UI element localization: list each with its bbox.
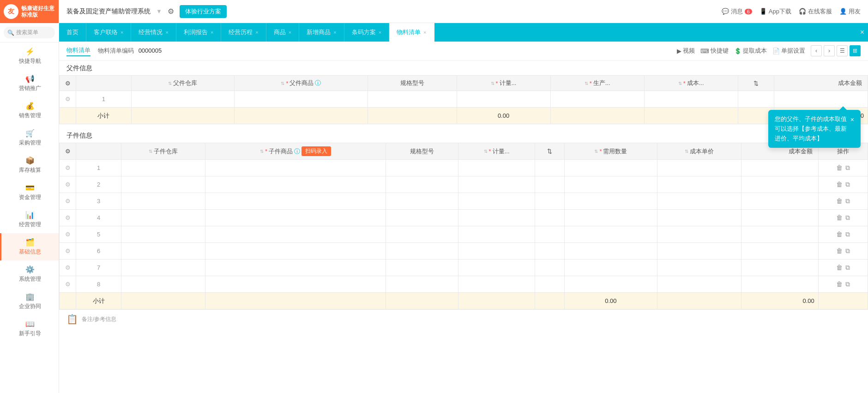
child-row-spec-cell[interactable] [386,176,458,193]
list-view-button[interactable]: ☰ [837,45,848,56]
child-row-product-cell[interactable] [205,176,386,193]
sort-icon-cost[interactable]: ⇅ [678,81,682,86]
copy-icon[interactable]: ⧉ [845,197,850,205]
trial-button[interactable]: 体验行业方案 [180,5,227,18]
child-row-gear-icon[interactable]: ⚙ [65,198,71,205]
child-row-req-qty-cell[interactable] [565,193,657,210]
sidebar-item-inventory[interactable]: 📦 库存核算 [0,151,59,179]
parent-row-cost-cell[interactable] [644,91,738,108]
sidebar-item-sales[interactable]: 💰 销售管理 [0,97,59,124]
parent-row-production-cell[interactable] [550,91,644,108]
tab-profit[interactable]: 利润报告 × [176,23,221,42]
child-row-req-qty-cell[interactable] [565,176,657,193]
child-row-warehouse-cell[interactable] [121,160,205,176]
child-row-gear-icon[interactable]: ⚙ [65,164,71,171]
tab-profit-close[interactable]: × [211,30,213,35]
gear-icon[interactable]: ⚙ [65,80,71,87]
sidebar-item-system[interactable]: ⚙️ 系统管理 [0,260,59,288]
user-menu[interactable]: 👤 用友 [839,7,861,16]
child-row-req-qty-cell[interactable] [565,160,657,176]
child-row-unit-cost-cell[interactable] [657,226,741,243]
child-sort-qty[interactable]: ⇅ [594,149,598,154]
sidebar-item-finance[interactable]: 💳 资金管理 [0,179,59,206]
child-row-req-qty-cell[interactable] [565,260,657,276]
tab-barcode[interactable]: 条码方案 × [344,23,389,42]
child-row-unit-cost-cell[interactable] [657,243,741,260]
child-row-product-cell[interactable] [205,193,386,210]
parent-row-warehouse-cell[interactable] [131,91,234,108]
child-sort-warehouse[interactable]: ⇅ [149,149,152,154]
child-row-warehouse-cell[interactable] [121,193,205,210]
delete-icon[interactable]: 🗑 [836,197,843,205]
child-row-warehouse-cell[interactable] [121,176,205,193]
sidebar-item-quick-nav[interactable]: ⚡ 快捷导航 [0,42,59,70]
child-row-unit-cost-cell[interactable] [657,193,741,210]
tab-operations-close[interactable]: × [165,30,168,35]
child-row-unit-cell[interactable] [458,243,535,260]
child-row-gear-icon[interactable]: ⚙ [65,181,71,188]
child-row-req-qty-cell[interactable] [565,243,657,260]
sidebar-search[interactable]: 🔍 搜索菜单 [0,23,59,42]
copy-icon[interactable]: ⧉ [845,230,850,238]
tab-product-close[interactable]: × [289,30,291,35]
sidebar-item-basic-info[interactable]: 🗂️ 基础信息 [0,233,59,260]
child-row-spec-cell[interactable] [386,243,458,260]
next-button[interactable]: › [824,45,835,56]
child-row-unit-cost-cell[interactable] [657,176,741,193]
child-row-req-qty-cell[interactable] [565,276,657,293]
copy-icon[interactable]: ⧉ [845,181,850,188]
delete-icon[interactable]: 🗑 [836,247,843,255]
tab-add-product[interactable]: 新增商品 × [299,23,344,42]
sort-icon-up2[interactable]: ⇅ [281,81,284,86]
copy-icon[interactable]: ⧉ [845,247,850,255]
parent-row-product-cell[interactable] [234,91,368,108]
child-row-warehouse-cell[interactable] [121,226,205,243]
copy-icon[interactable]: ⧉ [845,164,850,172]
tab-bom[interactable]: 物料清单 × [389,23,434,42]
child-row-unit-cell[interactable] [458,210,535,226]
child-row-unit-cost-cell[interactable] [657,160,741,176]
child-row-gear-icon[interactable]: ⚙ [65,281,71,288]
view-button[interactable]: ▶ 视频 [677,47,695,55]
parent-row-spec-cell[interactable] [368,91,457,108]
sidebar-item-purchase[interactable]: 🛒 采购管理 [0,124,59,151]
child-row-gear-icon[interactable]: ⚙ [65,248,71,254]
delete-icon[interactable]: 🗑 [836,264,843,272]
app-download-button[interactable]: 📱 App下载 [760,7,791,16]
delete-icon[interactable]: 🗑 [836,230,843,238]
child-row-gear-icon[interactable]: ⚙ [65,264,71,271]
child-row-product-cell[interactable] [205,160,386,176]
child-row-gear-icon[interactable]: ⚙ [65,214,71,221]
child-gear-icon[interactable]: ⚙ [65,148,71,155]
child-row-warehouse-cell[interactable] [121,276,205,293]
system-dropdown-icon[interactable]: ▼ [156,8,162,15]
single-settings-button[interactable]: 📄 单据设置 [772,47,805,55]
tooltip-close-button[interactable]: × [850,115,854,125]
message-button[interactable]: 💬 消息 6 [722,7,752,16]
delete-icon[interactable]: 🗑 [836,164,843,172]
sidebar-item-enterprise[interactable]: 🏢 企业协同 [0,288,59,315]
tab-customer[interactable]: 客户联络 × [86,23,131,42]
extract-cost-button[interactable]: 💲 提取成本 [734,47,767,55]
child-sort-unit[interactable]: ⇅ [484,149,488,154]
child-row-unit-cost-cell[interactable] [657,260,741,276]
row-gear-icon[interactable]: ⚙ [65,96,71,103]
tab-history-close[interactable]: × [255,30,258,35]
child-sort-product[interactable]: ⇅ [260,149,264,154]
child-row-unit-cell[interactable] [458,160,535,176]
delete-icon[interactable]: 🗑 [836,280,843,288]
child-row-unit-cell[interactable] [458,276,535,293]
tab-operations[interactable]: 经营情况 × [131,23,176,42]
child-row-product-cell[interactable] [205,260,386,276]
settings-icon[interactable]: ⚙ [168,7,174,16]
child-row-product-cell[interactable] [205,226,386,243]
delete-icon[interactable]: 🗑 [836,181,843,188]
sub-tab-bom-code[interactable]: 物料清单编码 0000005 [98,46,162,56]
sort-icon-up[interactable]: ⇅ [168,81,172,86]
child-row-req-qty-cell[interactable] [565,226,657,243]
child-row-spec-cell[interactable] [386,193,458,210]
child-row-spec-cell[interactable] [386,210,458,226]
sub-tab-bom-list[interactable]: 物料清单 [66,45,90,56]
shortcut-button[interactable]: ⌨ 快捷键 [700,47,729,55]
child-row-spec-cell[interactable] [386,226,458,243]
